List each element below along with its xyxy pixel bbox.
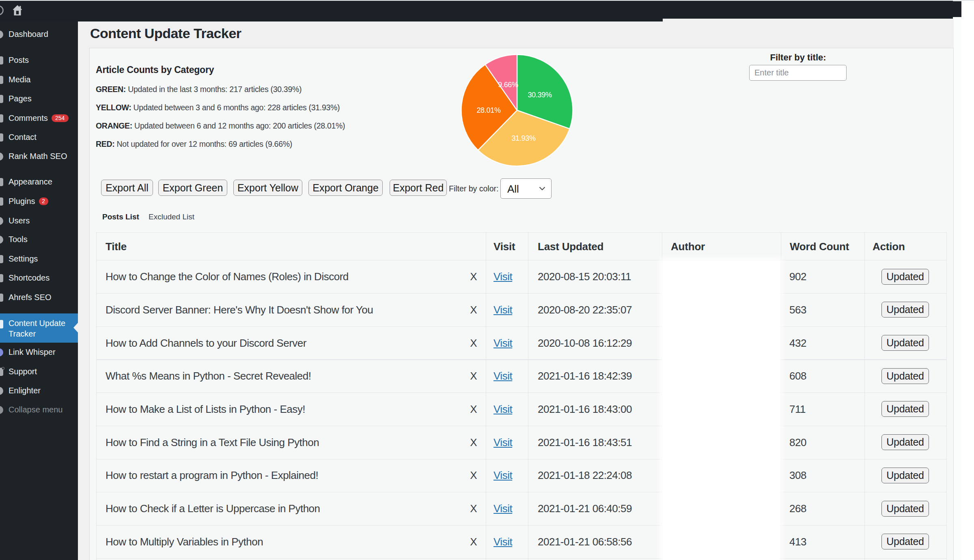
svg-text:30.39%: 30.39% xyxy=(528,91,552,99)
svg-text:28.01%: 28.01% xyxy=(476,106,501,114)
svg-text:9.66%: 9.66% xyxy=(498,81,518,89)
svg-text:31.93%: 31.93% xyxy=(511,134,536,142)
